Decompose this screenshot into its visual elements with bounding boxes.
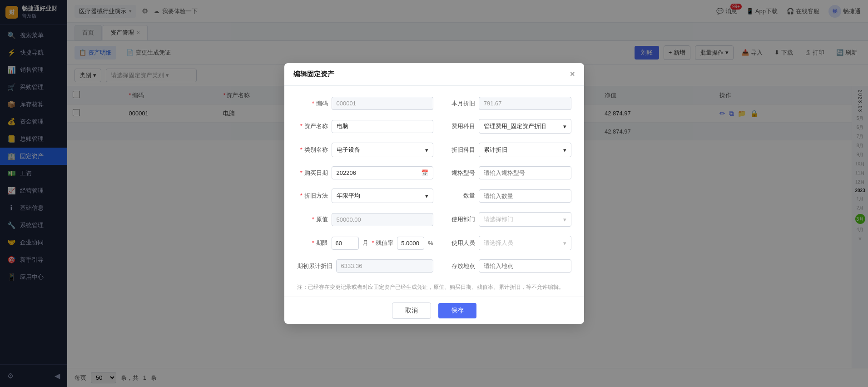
dep-method-caret-icon: ▾ — [425, 193, 428, 199]
cancel-btn[interactable]: 取消 — [392, 303, 431, 319]
spec-input[interactable] — [479, 166, 571, 179]
period-residual-inline: 月 * 残值率 % — [332, 237, 433, 250]
dep-method-field-row: * 折旧方法 年限平均 ▾ — [297, 189, 433, 203]
location-label: 存放地点 — [444, 262, 475, 270]
period-input[interactable] — [332, 237, 359, 250]
dep-subject-caret-icon: ▾ — [563, 147, 566, 154]
asset-name-input[interactable] — [332, 120, 433, 133]
category-field-label: * 类别名称 — [297, 146, 328, 154]
quantity-label: 数量 — [444, 192, 475, 200]
period-unit: 月 — [362, 239, 368, 247]
location-input[interactable] — [479, 259, 571, 273]
residual-rate-input[interactable] — [397, 237, 424, 250]
purchase-date-label: * 购买日期 — [297, 169, 328, 177]
category-caret-icon: ▾ — [425, 147, 428, 154]
purchase-date-field-row: * 购买日期 202206 📅 — [297, 166, 433, 179]
expense-subject-select[interactable]: 管理费用_固定资产折旧 ▾ — [479, 119, 571, 134]
original-value-field-row: * 原值 — [297, 212, 433, 227]
spec-field-row: 规格型号 — [444, 166, 571, 179]
expense-subject-field-row: 费用科目 管理费用_固定资产折旧 ▾ — [444, 119, 571, 134]
location-field-row: 存放地点 — [444, 259, 571, 273]
initial-dep-input[interactable] — [336, 259, 433, 273]
expense-subject-label: 费用科目 — [444, 122, 475, 130]
dep-method-select[interactable]: 年限平均 ▾ — [332, 189, 433, 203]
spec-label: 规格型号 — [444, 169, 475, 177]
user-field-row: 使用人员 请选择人员 ▾ — [444, 236, 571, 250]
save-btn[interactable]: 保存 — [438, 303, 476, 318]
calendar-icon: 📅 — [421, 169, 428, 176]
dialog-close-btn[interactable]: × — [570, 69, 575, 79]
original-value-input[interactable] — [332, 213, 433, 226]
department-label: 使用部门 — [444, 215, 475, 223]
period-label: * 期限 — [297, 239, 328, 247]
dep-method-label: * 折旧方法 — [297, 192, 328, 200]
monthly-dep-input[interactable] — [479, 97, 571, 110]
user-caret-icon: ▾ — [563, 240, 566, 247]
category-field-row: * 类别名称 电子设备 ▾ — [297, 143, 433, 157]
residual-rate-label: * 残值率 — [372, 239, 394, 247]
purchase-date-input[interactable]: 202206 📅 — [332, 166, 433, 179]
original-value-label: * 原值 — [297, 215, 328, 223]
code-field-row: * 编码 — [297, 97, 433, 110]
dialog-title: 编辑固定资产 — [293, 70, 334, 79]
monthly-dep-label: 本月折旧 — [444, 99, 475, 108]
initial-dep-label: 期初累计折旧 — [297, 262, 332, 270]
period-residual-field-row: * 期限 月 * 残值率 % — [297, 236, 433, 250]
dep-subject-label: 折旧科目 — [444, 146, 475, 154]
department-field-row: 使用部门 请选择部门 ▾ — [444, 212, 571, 227]
expense-subject-caret-icon: ▾ — [563, 123, 566, 130]
quantity-field-row: 数量 — [444, 189, 571, 203]
dialog-header: 编辑固定资产 × — [284, 63, 584, 86]
dialog-overlay: 编辑固定资产 × * 编码 本月折旧 * — [0, 0, 868, 387]
category-select[interactable]: 电子设备 ▾ — [332, 143, 433, 157]
edit-fixed-asset-dialog: 编辑固定资产 × * 编码 本月折旧 * — [284, 63, 584, 324]
quantity-input[interactable] — [479, 189, 571, 203]
asset-name-label: * 资产名称 — [297, 122, 328, 130]
monthly-dep-field-row: 本月折旧 — [444, 97, 571, 110]
code-input[interactable] — [332, 97, 433, 110]
dep-subject-field-row: 折旧科目 累计折旧 ▾ — [444, 143, 571, 157]
department-caret-icon: ▾ — [563, 216, 566, 223]
dialog-body: * 编码 本月折旧 * 资产名称 — [284, 86, 584, 280]
dep-subject-select[interactable]: 累计折旧 ▾ — [479, 143, 571, 157]
dialog-footer: 取消 保存 — [284, 297, 584, 324]
code-label: * 编码 — [297, 99, 328, 108]
dialog-note: 注：已经存在变更记录或者对应固定资产已经生成凭证，原值、购买日期、残值率、累计折… — [284, 280, 584, 297]
user-label: 使用人员 — [444, 239, 475, 247]
asset-name-field-row: * 资产名称 — [297, 119, 433, 134]
initial-dep-field-row: 期初累计折旧 — [297, 259, 433, 273]
department-select[interactable]: 请选择部门 ▾ — [479, 212, 571, 227]
user-select[interactable]: 请选择人员 ▾ — [479, 236, 571, 250]
residual-rate-unit: % — [428, 240, 433, 247]
